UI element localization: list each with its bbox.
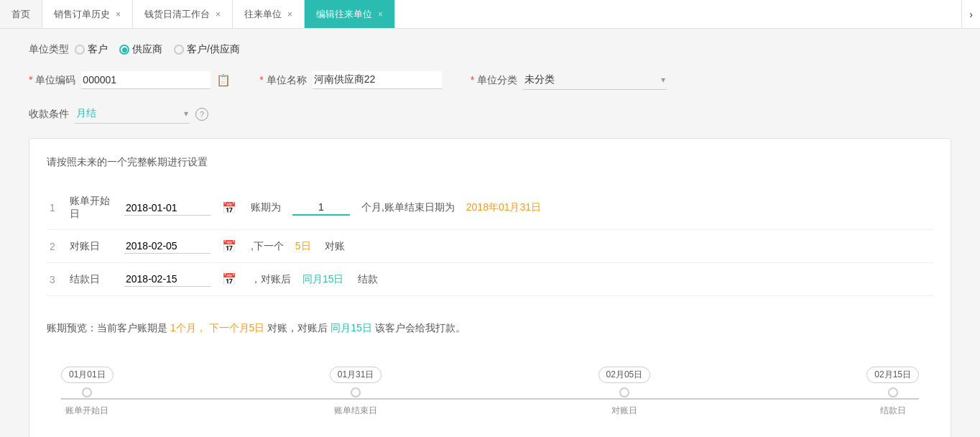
unit-name-input[interactable]	[313, 71, 442, 89]
timeline-point-start: 01月01日 账单开始日	[61, 367, 114, 417]
unit-category-field: 单位分类 未分类 ▾	[471, 70, 667, 90]
unit-name-field: 单位名称	[259, 71, 441, 89]
timeline-label-start: 账单开始日	[65, 405, 108, 417]
payment-day: 同月15日	[302, 273, 344, 286]
timeline-date-reconcile: 02月05日	[598, 367, 651, 383]
timeline-point-end: 01月31日 账单结束日	[330, 367, 382, 417]
tab-more-arrow[interactable]: ›	[961, 0, 980, 28]
period-prefix-1: 账期为	[248, 201, 281, 214]
tab-partner-unit[interactable]: 往来单位 ×	[233, 0, 305, 28]
payment-terms-label: 收款条件	[29, 108, 69, 121]
unit-category-label: 单位分类	[471, 74, 517, 87]
timeline-label-payment: 结款日	[880, 405, 906, 417]
period-unit-1: 个月,账单结束日期为	[361, 201, 455, 214]
timeline-dot-end	[351, 387, 361, 397]
main-content: 单位类型 客户 供应商 客户/供应商 单位编码 📋	[0, 29, 980, 437]
timeline-date-start: 01月01日	[61, 367, 114, 383]
panel-description: 请按照未来的一个完整帐期进行设置	[47, 156, 933, 169]
calendar-icon-2[interactable]: 📅	[222, 239, 236, 253]
timeline-container: 01月01日 账单开始日 01月31日 账单结束日 02月05日 对账	[47, 352, 933, 437]
payment-terms-field: 收款条件 月结 ▾ ?	[29, 104, 208, 124]
reconcile-prefix: ,下一个	[248, 240, 284, 253]
tab-close-edit-partner[interactable]: ×	[378, 9, 383, 19]
row-label-2: 对账日	[70, 240, 113, 253]
setting-row-2: 2 对账日 📅 ,下一个 5日 对账	[47, 230, 933, 263]
timeline-date-end: 01月31日	[330, 367, 382, 383]
date-input-1[interactable]	[124, 201, 211, 216]
tab-cash-work[interactable]: 钱货日清工作台 ×	[133, 0, 233, 28]
payment-prefix: ，对账后	[248, 273, 291, 286]
timeline-point-payment: 02月15日 结款日	[866, 367, 919, 417]
tab-bar: 首页 销售订单历史 × 钱货日清工作台 × 往来单位 × 编辑往来单位 × ›	[0, 0, 980, 29]
date-input-2[interactable]	[124, 239, 211, 254]
unit-type-row: 单位类型 客户 供应商 客户/供应商	[29, 43, 951, 56]
radio-customer[interactable]: 客户	[75, 43, 108, 56]
timeline-dot-start	[82, 387, 92, 397]
unit-code-label: 单位编码	[29, 74, 75, 87]
timeline-label-end: 账单结束日	[334, 405, 377, 417]
unit-code-field: 单位编码 📋	[29, 71, 231, 89]
unit-type-label: 单位类型	[29, 43, 69, 56]
payment-suffix: 结款	[355, 273, 378, 286]
radio-circle-customer	[75, 45, 85, 55]
period-input-1[interactable]	[292, 200, 350, 216]
help-icon[interactable]: ?	[195, 108, 208, 121]
preview-end: 该客户会给我打款。	[375, 322, 466, 334]
radio-circle-supplier	[119, 45, 129, 55]
preview-part1: 1个月，	[170, 322, 206, 334]
tab-sales-order-history[interactable]: 销售订单历史 ×	[42, 0, 133, 28]
date-input-3[interactable]	[124, 272, 211, 287]
timeline-date-payment: 02月15日	[866, 367, 919, 383]
timeline-dot-reconcile	[619, 387, 629, 397]
setting-row-3: 3 结款日 📅 ，对账后 同月15日 结款	[47, 263, 933, 296]
payment-terms-select[interactable]: 月结 ▾	[75, 104, 190, 124]
tab-close-partner[interactable]: ×	[287, 9, 292, 19]
timeline-point-reconcile: 02月05日 对账日	[598, 367, 651, 417]
timeline-points: 01月01日 账单开始日 01月31日 账单结束日 02月05日 对账	[61, 367, 919, 417]
setting-row-1: 1 账单开始日 📅 账期为 个月,账单结束日期为 2018年01月31日	[47, 186, 933, 230]
settings-panel: 请按照未来的一个完整帐期进行设置 1 账单开始日 📅 账期为 个月,账单结束日期…	[29, 138, 951, 437]
calendar-icon-1[interactable]: 📅	[222, 201, 236, 215]
tab-close-sales[interactable]: ×	[116, 9, 121, 19]
unit-type-field: 单位类型 客户 供应商 客户/供应商	[29, 43, 240, 56]
radio-supplier[interactable]: 供应商	[119, 43, 162, 56]
chevron-down-icon-2: ▾	[184, 109, 188, 119]
tab-close-cash[interactable]: ×	[216, 9, 221, 19]
unit-category-select[interactable]: 未分类 ▾	[523, 70, 667, 90]
row-label-1: 账单开始日	[70, 195, 113, 221]
row-label-3: 结款日	[70, 273, 113, 286]
timeline-dot-payment	[888, 387, 898, 397]
payment-terms-value: 月结	[76, 107, 184, 120]
tab-home[interactable]: 首页	[0, 0, 42, 28]
payment-terms-row: 收款条件 月结 ▾ ?	[29, 104, 951, 124]
chevron-right-icon: ›	[969, 9, 973, 20]
unit-type-radio-group: 客户 供应商 客户/供应商	[75, 43, 240, 56]
row-num-2: 2	[47, 241, 58, 252]
unit-name-label: 单位名称	[259, 74, 306, 87]
preview-text: 账期预览：当前客户账期是 1个月， 下一个月5日 对账，对账后 同月15日 该客…	[47, 322, 933, 335]
row-num-1: 1	[47, 202, 58, 213]
tab-edit-partner[interactable]: 编辑往来单位 ×	[305, 0, 395, 28]
preview-part2: 下一个月5日	[209, 322, 265, 334]
reconcile-suffix: 对账	[323, 240, 346, 253]
period-end-date: 2018年01月31日	[466, 201, 541, 214]
row-num-3: 3	[47, 274, 58, 285]
radio-circle-cs	[174, 45, 184, 55]
calendar-icon-3[interactable]: 📅	[222, 272, 236, 286]
radio-customer-supplier[interactable]: 客户/供应商	[174, 43, 240, 56]
preview-mid: 对账，对账后	[267, 322, 328, 334]
preview-section: 账期预览：当前客户账期是 1个月， 下一个月5日 对账，对账后 同月15日 该客…	[47, 310, 933, 437]
preview-label: 账期预览：当前客户账期是	[47, 322, 167, 334]
unit-category-value: 未分类	[524, 73, 661, 86]
unit-info-row: 单位编码 📋 单位名称 单位分类 未分类 ▾	[29, 70, 951, 90]
reconcile-day: 5日	[295, 240, 311, 253]
chevron-down-icon: ▾	[661, 75, 665, 85]
copy-icon[interactable]: 📋	[216, 73, 231, 87]
preview-part3: 同月15日	[330, 322, 372, 334]
unit-code-input[interactable]	[81, 71, 211, 89]
timeline-label-reconcile: 对账日	[611, 405, 637, 417]
